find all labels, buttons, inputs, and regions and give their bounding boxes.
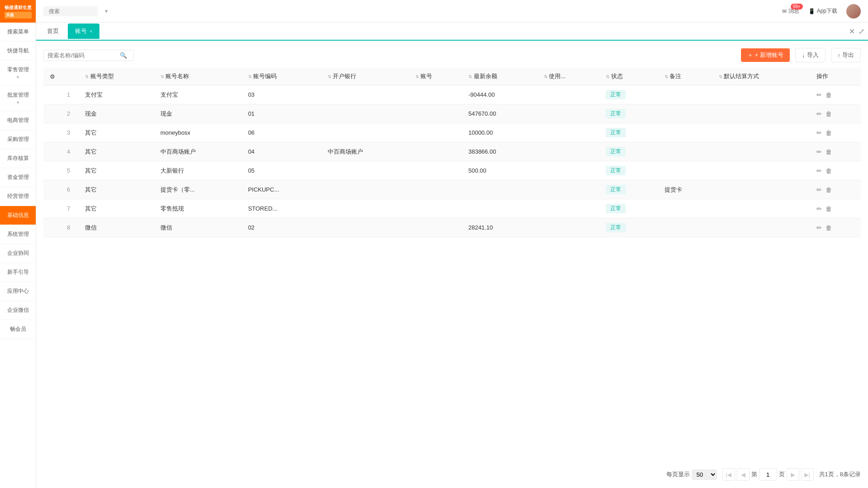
status-badge: 正常	[606, 90, 626, 99]
delete-icon[interactable]: 🗑	[826, 224, 832, 231]
row-settle	[713, 104, 811, 123]
sidebar-item-basic-info[interactable]: 基础信息	[0, 206, 36, 225]
row-account	[410, 199, 463, 218]
col-balance[interactable]: ⇅ 最新余额	[463, 68, 538, 85]
page-size-dropdown[interactable]: 50 100 200	[692, 469, 717, 480]
table-row: 6 其它 提货卡（零... PICKUPC... 正常 提货卡 ✏ 🗑	[43, 180, 861, 199]
sidebar-item-retail-mgmt[interactable]: 零售管理 ▾	[0, 61, 36, 86]
col-name[interactable]: ⇅ 账号名称	[155, 68, 243, 85]
search-input[interactable]	[47, 52, 120, 59]
app-version: 乐版	[5, 12, 32, 19]
close-window-icon[interactable]: ✕	[849, 27, 855, 36]
prev-page-button[interactable]: ◀	[737, 468, 750, 481]
window-controls: ✕ ⤢	[849, 27, 864, 36]
add-account-button[interactable]: ＋ + 新增账号	[741, 48, 790, 62]
row-settings	[43, 161, 61, 180]
status-badge: 正常	[606, 223, 626, 232]
status-badge: 正常	[606, 204, 626, 213]
row-name: moneybosx	[155, 123, 243, 142]
edit-icon[interactable]: ✏	[816, 224, 822, 231]
sidebar-item-operation-mgmt[interactable]: 经营管理	[0, 187, 36, 206]
col-remark[interactable]: ⇅ 备注	[659, 68, 713, 85]
edit-icon[interactable]: ✏	[816, 110, 822, 117]
delete-icon[interactable]: 🗑	[826, 167, 832, 174]
export-icon: ↑	[838, 52, 841, 59]
row-actions: ✏ 🗑	[811, 123, 861, 142]
row-actions: ✏ 🗑	[811, 142, 861, 161]
row-remark	[659, 199, 713, 218]
import-button[interactable]: ↓ 导入	[795, 48, 826, 62]
sidebar-item-label: 快捷导航	[2, 47, 34, 55]
expand-icon: ▾	[17, 100, 19, 105]
edit-icon[interactable]: ✏	[816, 167, 822, 174]
col-account[interactable]: ⇅ 账号	[410, 68, 463, 85]
sidebar-item-label: 批发管理	[2, 91, 34, 99]
tab-account[interactable]: 账号 ×	[68, 23, 99, 39]
col-settle[interactable]: ⇅ 默认结算方式	[713, 68, 811, 85]
edit-icon[interactable]: ✏	[816, 129, 822, 136]
edit-icon[interactable]: ✏	[816, 205, 822, 212]
page-input[interactable]	[759, 468, 777, 481]
total-info: 共1页，8条记录	[819, 470, 861, 479]
sidebar-item-app-center[interactable]: 应用中心	[0, 282, 36, 301]
col-status[interactable]: ⇅ 状态	[600, 68, 659, 85]
sidebar-item-member[interactable]: 畅会员	[0, 320, 36, 339]
row-num: 1	[61, 85, 80, 104]
sidebar-item-corp-agreement[interactable]: 企业协同	[0, 244, 36, 263]
messages-button[interactable]: ✉ 消息 99+	[782, 7, 799, 15]
delete-icon[interactable]: 🗑	[826, 186, 832, 193]
search-box[interactable]: 🔍	[43, 50, 134, 61]
sidebar-item-label: 资金管理	[2, 174, 34, 181]
edit-icon[interactable]: ✏	[816, 186, 822, 193]
page-size-label: 每页显示	[666, 470, 690, 479]
sidebar-item-system-mgmt[interactable]: 系统管理	[0, 225, 36, 244]
sidebar-item-inventory[interactable]: 库存核算	[0, 149, 36, 168]
sidebar-item-capital-mgmt[interactable]: 资金管理	[0, 168, 36, 187]
col-code[interactable]: ⇅ 账号编码	[243, 68, 322, 85]
sidebar-item-purchase-mgmt[interactable]: 采购管理	[0, 130, 36, 149]
app-download-button[interactable]: 📱 App下载	[808, 7, 837, 15]
delete-icon[interactable]: 🗑	[826, 91, 832, 99]
sidebar-item-quick-nav[interactable]: 快捷导航	[0, 42, 36, 61]
tab-home[interactable]: 首页	[40, 23, 66, 39]
col-bank[interactable]: ⇅ 开户银行	[322, 68, 410, 85]
avatar[interactable]	[846, 4, 861, 19]
delete-icon[interactable]: 🗑	[826, 148, 832, 155]
edit-icon[interactable]: ✏	[816, 91, 822, 99]
row-bank	[322, 180, 410, 199]
next-page-button[interactable]: ▶	[787, 468, 799, 481]
row-bank	[322, 123, 410, 142]
delete-icon[interactable]: 🗑	[826, 129, 832, 136]
row-num: 2	[61, 104, 80, 123]
col-usage[interactable]: ⇅ 使用...	[538, 68, 601, 85]
row-type: 支付宝	[80, 85, 155, 104]
first-page-button[interactable]: |◀	[722, 468, 735, 481]
sidebar-item-ecommerce-mgmt[interactable]: 电商管理	[0, 111, 36, 130]
sidebar-item-wholesale-mgmt[interactable]: 批发管理 ▾	[0, 86, 36, 111]
delete-icon[interactable]: 🗑	[826, 205, 832, 212]
row-type: 其它	[80, 180, 155, 199]
row-status: 正常	[600, 218, 659, 237]
row-name: 零售抵现	[155, 199, 243, 218]
app-download-label: App下载	[817, 7, 837, 15]
row-code: 02	[243, 218, 322, 237]
row-actions: ✏ 🗑	[811, 161, 861, 180]
col-settings[interactable]: ⚙	[43, 68, 61, 85]
top-search-input[interactable]	[43, 6, 98, 16]
expand-icon: ▾	[17, 75, 19, 80]
tab-close-icon[interactable]: ×	[90, 28, 92, 34]
delete-icon[interactable]: 🗑	[826, 110, 832, 117]
row-usage	[538, 218, 601, 237]
col-type[interactable]: ⇅ 账号类型	[80, 68, 155, 85]
row-settings	[43, 142, 61, 161]
sidebar-item-new-guide[interactable]: 新手引导	[0, 263, 36, 282]
edit-icon[interactable]: ✏	[816, 148, 822, 155]
export-button[interactable]: ↑ 导出	[831, 48, 861, 62]
dropdown-icon[interactable]: ▾	[105, 8, 108, 14]
last-page-button[interactable]: ▶|	[801, 468, 814, 481]
row-settings	[43, 123, 61, 142]
sidebar-item-corp-wechat[interactable]: 企业微信	[0, 301, 36, 320]
expand-window-icon[interactable]: ⤢	[859, 27, 864, 36]
sidebar-item-search-menu[interactable]: 搜索菜单	[0, 23, 36, 42]
row-settings	[43, 85, 61, 104]
